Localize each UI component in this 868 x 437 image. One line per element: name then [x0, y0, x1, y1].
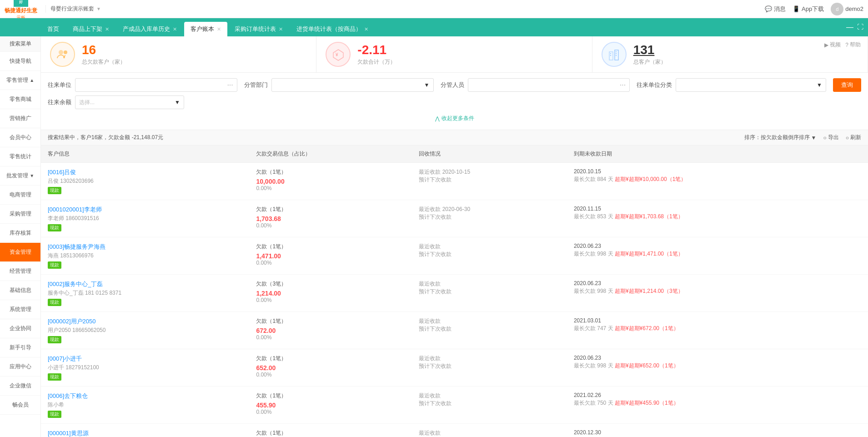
table-header-row: 客户信息 欠款交易信息（占比） 回收情况 到期未收款日期 — [41, 146, 868, 163]
overdue-days: 最长欠款 998 天 — [574, 288, 615, 294]
overdue-amount-link[interactable]: 超期¥超期¥672.00（1笔） — [615, 325, 679, 332]
sidebar-item-enterprise[interactable]: 企业协同 — [0, 319, 40, 338]
sidebar-item-wechat[interactable]: 企业微信 — [0, 377, 40, 396]
sort-select[interactable]: 排序：按欠款金额倒序排序 ▼ — [744, 134, 817, 141]
refresh-icon: ○ — [846, 135, 849, 141]
sidebar-item-ecommerce[interactable]: 电商管理 — [0, 186, 40, 205]
department-select[interactable]: ▼ — [271, 78, 434, 92]
app-selector[interactable]: 母婴行业演示账套 ▼ — [45, 5, 765, 13]
minimize-icon[interactable]: — — [846, 23, 853, 31]
tab-home[interactable]: 首页 — [41, 22, 65, 36]
overdue-info: 最长欠款 998 天 超期¥超期¥1,471.00（1笔） — [574, 250, 861, 258]
overdue-info: 最长欠款 853 天 超期¥超期¥1,703.68（1笔） — [574, 213, 861, 221]
overdue-days: 最长欠款 998 天 — [574, 251, 615, 257]
th-collection: 回收情况 — [412, 146, 567, 163]
help-icon: ? — [845, 42, 848, 48]
sidebar-item-retail-mall[interactable]: 零售商城 — [0, 90, 40, 109]
maximize-icon[interactable]: ⛶ — [857, 23, 863, 31]
manager-input[interactable]: ··· — [468, 78, 630, 92]
debt-info-cell: 欠款（1笔） 429.00 0.00% — [249, 424, 412, 437]
refresh-button[interactable]: ○ 刷新 — [846, 134, 861, 141]
tab-import-stat[interactable]: 进货单统计表（按商品） ✕ — [290, 22, 375, 36]
debt-percent: 0.00% — [256, 334, 405, 341]
customer-name-link[interactable]: [0003]畅捷服务尹海燕 — [48, 243, 242, 251]
last-collection: 最近收款 2020-10-15 — [419, 168, 560, 176]
next-collection: 预计下次收款 — [419, 176, 560, 184]
overdue-info: 最长欠款 998 天 超期¥超期¥652.00（1笔） — [574, 362, 861, 370]
overdue-amount-link[interactable]: 超期¥超期¥1,703.68（1笔） — [615, 213, 683, 220]
next-collection: 预计下次收款 — [419, 288, 560, 296]
filter-manager: 分管人员 ··· — [441, 78, 630, 92]
overdue-days: 最长欠款 747 天 — [574, 325, 615, 332]
close-icon[interactable]: ✕ — [364, 26, 368, 32]
collapse-button[interactable]: ⋀ 收起更多条件 — [48, 113, 861, 124]
overdue-amount-link[interactable]: 超期¥超期¥10,000.00（1笔） — [615, 176, 686, 182]
overdue-amount-link[interactable]: 超期¥超期¥1,214.00（3笔） — [615, 288, 683, 294]
sidebar-item-member2[interactable]: 畅会员 — [0, 396, 40, 415]
debt-percent: 0.00% — [256, 409, 405, 415]
customer-name-link[interactable]: [0002]服务中心_丁磊 — [48, 280, 242, 288]
video-link[interactable]: ▶ 视频 — [824, 41, 841, 49]
customer-name-link[interactable]: [000001]黄思源 — [48, 429, 242, 437]
table-row: [0003]畅捷服务尹海燕 海燕 18513066976 现款 欠款（1笔） 1… — [41, 237, 868, 275]
customer-tag: 现款 — [48, 261, 61, 269]
next-collection: 预计下次收款 — [419, 213, 560, 221]
tab-purchase-stat[interactable]: 采购订单统计表 ✕ — [228, 22, 289, 36]
svg-rect-5 — [610, 53, 611, 54]
sidebar-item-wholesale-mgmt[interactable]: 批发管理 ▼ — [0, 166, 40, 186]
customer-name-link[interactable]: [000002]用户2050 — [48, 317, 242, 326]
sidebar-item-biz-mgmt[interactable]: 经营管理 — [0, 262, 40, 281]
customer-name-link[interactable]: [0006]去下粮仓 — [48, 392, 242, 400]
overdue-amount-link[interactable]: 超期¥超期¥652.00（1笔） — [615, 362, 679, 369]
table-container: 客户信息 欠款交易信息（占比） 回收情况 到期未收款日期 [0016]吕俊 吕俊… — [41, 146, 868, 437]
sidebar-item-member[interactable]: 会员中心 — [0, 128, 40, 147]
sidebar-item-quick-nav[interactable]: 快捷导航 — [0, 52, 40, 71]
app-download-button[interactable]: 📱 App下载 — [793, 5, 824, 13]
ellipsis-icon: ··· — [620, 81, 626, 89]
close-icon[interactable]: ✕ — [217, 26, 221, 32]
help-link[interactable]: ? 帮助 — [845, 41, 861, 49]
top-right: 💬 消息 📱 App下载 d demo2 — [765, 3, 863, 15]
from-unit-input[interactable]: ··· — [75, 78, 237, 92]
sidebar-item-marketing[interactable]: 营销推广 — [0, 109, 40, 128]
sidebar-item-guide[interactable]: 新手引导 — [0, 338, 40, 357]
collection-cell: 最近收款 2020-06-30 预计下次收款 — [412, 200, 567, 237]
export-button[interactable]: ○ 导出 — [823, 134, 839, 141]
sidebar-item-finance[interactable]: 资金管理 — [0, 243, 40, 262]
overdue-date: 2020.06.23 — [574, 355, 861, 361]
sidebar-item-basic-info[interactable]: 基础信息 — [0, 281, 40, 300]
debt-info-cell: 欠款（1笔） 455.90 0.00% — [249, 387, 412, 424]
balance-select[interactable]: 选择... ▼ — [75, 95, 184, 109]
customer-phone: 李老师 18600391516 — [48, 215, 242, 222]
close-icon[interactable]: ✕ — [105, 26, 109, 32]
overdue-amount-link[interactable]: 超期¥超期¥455.90（1笔） — [615, 400, 679, 406]
debt-count: 欠款（1笔） — [256, 317, 405, 325]
sidebar-item-purchase-mgmt[interactable]: 采购管理 — [0, 205, 40, 224]
debt-amount: 1,471.00 — [256, 252, 405, 260]
sidebar-item-inventory[interactable]: 库存核算 — [0, 224, 40, 243]
query-button[interactable]: 查询 — [833, 78, 861, 92]
tab-product-off[interactable]: 商品上下架 ✕ — [66, 22, 115, 36]
customer-name-link[interactable]: [0007]小进千 — [48, 355, 242, 363]
message-button[interactable]: 💬 消息 — [765, 5, 786, 13]
unit-category-select[interactable]: ▼ — [676, 78, 826, 92]
sort-label: 排序：按欠款金额倒序排序 — [744, 134, 810, 141]
close-icon[interactable]: ✕ — [173, 26, 177, 32]
sidebar-item-search[interactable]: 搜索菜单 — [0, 36, 40, 52]
last-collection: 最近收款 2020-06-30 — [419, 206, 560, 213]
overdue-amount-link[interactable]: 超期¥超期¥1,471.00（1笔） — [615, 251, 683, 257]
sidebar-item-retail-stat[interactable]: 零售统计 — [0, 147, 40, 166]
sidebar-item-app-center[interactable]: 应用中心 — [0, 357, 40, 377]
customer-name-link[interactable]: [0016]吕俊 — [48, 168, 242, 176]
message-icon: 💬 — [765, 5, 772, 12]
customer-phone: 吕俊 13026203696 — [48, 177, 242, 185]
customer-info-cell: [000002]用户2050 用户2050 18665062050 现款 — [41, 312, 249, 349]
sidebar-item-retail-mgmt[interactable]: 零售管理 ▲ — [0, 71, 40, 90]
debt-info-cell: 欠款（1笔） 672.00 0.00% — [249, 312, 412, 349]
sidebar-item-system[interactable]: 系统管理 — [0, 300, 40, 319]
tab-product-history[interactable]: 产成品入库单历史 ✕ — [116, 22, 183, 36]
tab-customer-account[interactable]: 客户账本 ✕ — [184, 22, 227, 36]
close-icon[interactable]: ✕ — [279, 26, 283, 32]
customer-name-link[interactable]: [0001020001]李老师 — [48, 206, 242, 214]
user-avatar[interactable]: d demo2 — [831, 3, 863, 15]
